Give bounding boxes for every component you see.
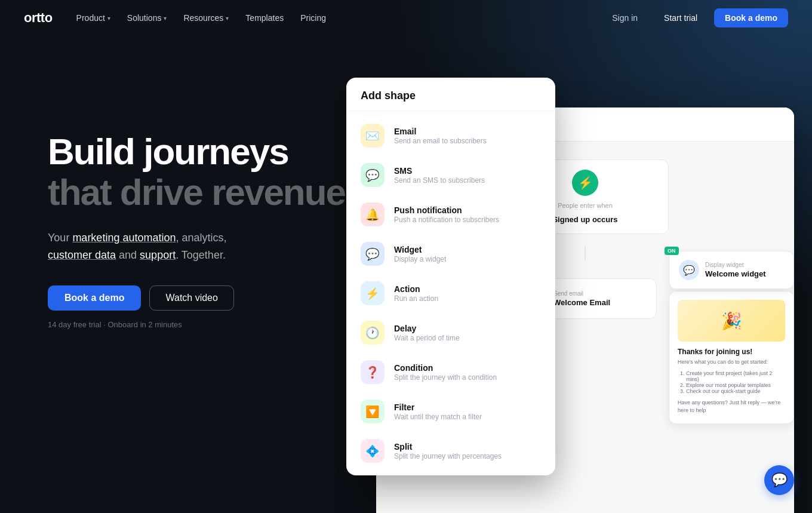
trigger-icon: ⚡: [572, 170, 598, 196]
nav-right: Sign in Start trial Book a demo: [602, 8, 788, 27]
shape-icon-filter: 🔽: [361, 400, 385, 423]
support-link[interactable]: support: [140, 249, 176, 261]
email-preview-body: Here's what you can do to get started:: [678, 358, 785, 367]
email-preview-banner: 🎉: [678, 300, 785, 342]
shape-text-0: Email Send an email to subscribers: [394, 127, 487, 145]
shape-item-condition[interactable]: ❓ Condition Split the journey with a con…: [346, 352, 555, 392]
chevron-icon: ▾: [107, 15, 110, 21]
shape-icon-email: ✉️: [361, 124, 385, 148]
shape-name-1: SMS: [394, 166, 485, 176]
watch-video-button[interactable]: Watch video: [149, 285, 233, 311]
nav-item-pricing[interactable]: Pricing: [293, 10, 333, 26]
hero-heading-bold: Build journeys: [48, 131, 358, 172]
book-demo-nav-button[interactable]: Book a demo: [714, 8, 788, 27]
marketing-automation-link[interactable]: marketing automation: [72, 232, 176, 244]
shape-text-6: Condition Split the journey with a condi…: [394, 363, 497, 382]
shape-list: ✉️ Email Send an email to subscribers 💬 …: [346, 111, 555, 475]
shape-item-filter[interactable]: 🔽 Filter Wait until they match a filter: [346, 392, 555, 431]
email-preview-list-item-2: Check out our quick-start guide: [686, 388, 785, 394]
widget-card[interactable]: ON 💬 Display widget Welcome widget: [669, 251, 794, 289]
shape-desc-3: Display a widget: [394, 255, 446, 263]
shape-item-push-notification[interactable]: 🔔 Push notification Push a notification …: [346, 195, 555, 234]
email-preview-title: Thanks for joining us!: [678, 348, 785, 356]
shape-desc-8: Split the journey with percentages: [394, 452, 502, 460]
navbar: ortto Product ▾Solutions ▾Resources ▾Tem…: [0, 0, 812, 36]
book-demo-hero-button[interactable]: Book a demo: [48, 285, 141, 311]
shape-text-7: Filter Wait until they match a filter: [394, 403, 482, 421]
nav-links: Product ▾Solutions ▾Resources ▾Templates…: [69, 10, 598, 26]
shape-name-4: Action: [394, 284, 438, 294]
email-preview-footer: Have any questions? Just hit reply — we'…: [678, 399, 785, 415]
shape-item-delay[interactable]: 🕐 Delay Wait a period of time: [346, 313, 555, 352]
shape-name-2: Push notification: [394, 205, 499, 215]
nav-item-resources[interactable]: Resources ▾: [176, 10, 236, 26]
shape-icon-push-notification: 🔔: [361, 202, 385, 226]
chevron-icon: ▾: [164, 15, 167, 21]
shape-text-8: Split Split the journey with percentages: [394, 442, 502, 460]
shape-desc-7: Wait until they match a filter: [394, 413, 482, 421]
shape-name-3: Widget: [394, 245, 446, 254]
shape-name-8: Split: [394, 442, 502, 451]
widget-card-text: Display widget Welcome widget: [705, 262, 766, 279]
shape-desc-0: Send an email to subscribers: [394, 137, 487, 145]
nav-item-product[interactable]: Product ▾: [69, 10, 118, 26]
shape-desc-5: Wait a period of time: [394, 334, 460, 342]
chat-bubble-icon[interactable]: 💬: [764, 465, 794, 495]
add-shape-panel: Add shape ✉️ Email Send an email to subs…: [346, 78, 555, 475]
trigger-line1: People enter when: [558, 202, 613, 209]
shape-icon-sms: 💬: [361, 163, 385, 187]
shape-desc-1: Send an SMS to subscribers: [394, 176, 485, 185]
start-trial-button[interactable]: Start trial: [654, 9, 707, 27]
email-card-text: Send email Welcome Email: [553, 290, 610, 308]
chat-widget[interactable]: 💬: [764, 465, 794, 495]
hero-right: ← Welcome journey ⚡ People enter when Si…: [346, 48, 812, 513]
shape-icon-condition: ❓: [361, 360, 385, 384]
email-preview-card: 🎉 Thanks for joining us! Here's what you…: [669, 291, 794, 424]
nav-item-templates[interactable]: Templates: [238, 10, 291, 26]
chevron-icon: ▾: [226, 15, 229, 21]
shape-icon-action: ⚡: [361, 281, 385, 305]
shape-text-1: SMS Send an SMS to subscribers: [394, 166, 485, 185]
add-shape-title: Add shape: [361, 90, 541, 102]
hero-left: Build journeys that drive revenue Your m…: [48, 84, 358, 329]
hero-section: Build journeys that drive revenue Your m…: [0, 36, 812, 513]
shape-item-split[interactable]: 💠 Split Split the journey with percentag…: [346, 431, 555, 471]
hero-subtext: Your marketing automation, analytics, cu…: [48, 229, 299, 264]
shape-icon-delay: 🕐: [361, 321, 385, 345]
shape-desc-6: Split the journey with a condition: [394, 373, 497, 382]
signin-button[interactable]: Sign in: [602, 9, 647, 27]
shape-text-3: Widget Display a widget: [394, 245, 446, 263]
shape-name-6: Condition: [394, 363, 497, 373]
hero-footnote: 14 day free trial · Onboard in 2 minutes: [48, 320, 358, 329]
shape-text-4: Action Run an action: [394, 284, 438, 303]
email-preview-list: Create your first project (takes just 2 …: [678, 370, 785, 394]
shape-item-widget[interactable]: 💬 Widget Display a widget: [346, 234, 555, 274]
widget-badge: ON: [665, 247, 679, 255]
shape-item-sms[interactable]: 💬 SMS Send an SMS to subscribers: [346, 155, 555, 195]
hero-buttons: Book a demo Watch video: [48, 285, 358, 311]
widget-card-icon: 💬: [679, 260, 699, 280]
trigger-line2: Signed up occurs: [552, 215, 617, 224]
email-preview-list-item-0: Create your first project (takes just 2 …: [686, 370, 785, 382]
shape-icon-split: 💠: [361, 439, 385, 463]
brand-logo[interactable]: ortto: [24, 10, 53, 26]
shape-name-7: Filter: [394, 403, 482, 412]
customer-data-link[interactable]: customer data: [48, 249, 116, 261]
nav-item-solutions[interactable]: Solutions ▾: [120, 10, 174, 26]
shape-text-5: Delay Wait a period of time: [394, 324, 460, 342]
add-shape-header: Add shape: [346, 78, 555, 111]
email-preview-list-item-1: Explore our most popular templates: [686, 382, 785, 388]
shape-desc-4: Run an action: [394, 294, 438, 303]
connector-1: [585, 246, 586, 260]
shape-desc-2: Push a notification to subscribers: [394, 216, 499, 224]
shape-item-email[interactable]: ✉️ Email Send an email to subscribers: [346, 116, 555, 155]
shape-name-0: Email: [394, 127, 487, 136]
shape-name-5: Delay: [394, 324, 460, 333]
shape-item-action[interactable]: ⚡ Action Run an action: [346, 274, 555, 313]
shape-text-2: Push notification Push a notification to…: [394, 205, 499, 224]
shape-icon-widget: 💬: [361, 242, 385, 266]
hero-heading-muted: that drive revenue: [48, 172, 358, 213]
